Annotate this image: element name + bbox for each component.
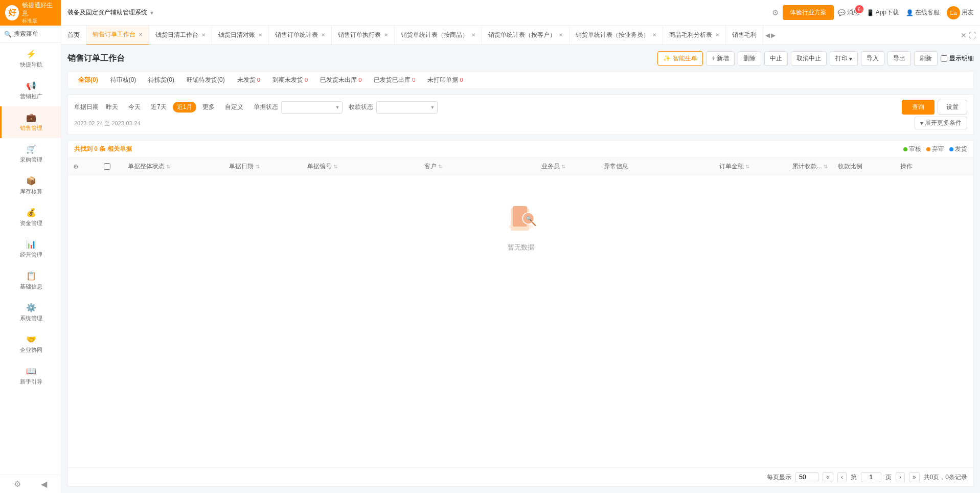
tab-sales-exec[interactable]: 销售订单执行表 ✕ xyxy=(332,26,395,45)
sidebar-item-operations[interactable]: 📊 经营管理 xyxy=(0,233,61,265)
tab-sales-profit[interactable]: 销售毛利 xyxy=(726,26,763,45)
sidebar-item-cooperation[interactable]: 🤝 企业协同 xyxy=(0,328,61,360)
tab-sales-workbench[interactable]: 销售订单工作台 ✕ xyxy=(86,26,149,45)
sidebar-item-quick-nav[interactable]: ⚡ 快捷导航 xyxy=(0,43,61,75)
tab-close-gross-margin[interactable]: ✕ xyxy=(715,32,719,38)
sidebar-search[interactable]: 🔍 搜索菜单 xyxy=(0,26,61,43)
trial-button[interactable]: 体验行业方案 xyxy=(783,5,834,20)
table-area: 共找到 0 条 相关单据 审核 弃审 发货 xyxy=(67,140,974,487)
status-select[interactable] xyxy=(281,101,343,114)
date-btn-1month[interactable]: 近1月 xyxy=(173,102,197,113)
subtab-pending-review[interactable]: 待审核(0) xyxy=(104,74,143,86)
settings-button[interactable]: 设置 xyxy=(938,100,967,115)
col-settings[interactable]: ⚙ xyxy=(68,158,92,175)
subtab-wangpu-pending[interactable]: 旺铺待发货(0) xyxy=(180,74,231,86)
tab-close-sales-summary-staff[interactable]: ✕ xyxy=(652,32,656,38)
tab-close-all-icon[interactable]: ✕ xyxy=(961,31,967,39)
online-service-btn[interactable]: 👤 在线客服 xyxy=(906,8,940,17)
first-page-button[interactable]: « xyxy=(823,472,833,482)
tab-close-sales-stats[interactable]: ✕ xyxy=(321,32,325,38)
col-status[interactable]: 单据整体状态 ⇅ xyxy=(123,158,224,175)
sidebar-item-base-info[interactable]: 📋 基础信息 xyxy=(0,265,61,297)
sidebar-item-label: 快捷导航 xyxy=(20,61,42,69)
query-button[interactable]: 查询 xyxy=(902,100,935,115)
export-button[interactable]: 导出 xyxy=(887,51,911,66)
date-btn-today[interactable]: 今天 xyxy=(124,102,145,113)
tab-nav-right-icon[interactable]: ▶ xyxy=(771,32,776,39)
col-customer[interactable]: 客户 ⇅ xyxy=(419,158,536,175)
date-btn-yesterday[interactable]: 昨天 xyxy=(102,102,122,113)
delete-button[interactable]: 删除 xyxy=(738,51,761,66)
sales-icon: 💼 xyxy=(26,113,36,122)
tab-sales-summary-staff[interactable]: 销货单统计表（按业务员） ✕ xyxy=(569,26,663,45)
sidebar-item-label: 新手引导 xyxy=(20,378,42,386)
subtab-pending-inspect[interactable]: 待拣货(0) xyxy=(142,74,180,86)
show-detail-label[interactable]: 显示明细 xyxy=(941,54,974,63)
date-btn-more[interactable]: 更多 xyxy=(198,102,219,113)
user-menu-btn[interactable]: Ea 用友 xyxy=(947,6,974,19)
tab-cash-reconcile[interactable]: 钱货日清对账 ✕ xyxy=(212,26,269,45)
refresh-button[interactable]: 刷新 xyxy=(914,51,938,66)
sidebar-item-inventory[interactable]: 📦 库存核算 xyxy=(0,170,61,201)
subtab-not-printed[interactable]: 未打印单据 0 xyxy=(421,74,469,86)
subtab-not-shipped[interactable]: 未发货 0 xyxy=(231,74,266,86)
settings-bottom-icon[interactable]: ⚙ xyxy=(14,479,21,489)
subtab-all[interactable]: 全部(0) xyxy=(72,74,104,86)
tab-gross-margin[interactable]: 商品毛利分析表 ✕ xyxy=(663,26,726,45)
system-dropdown-icon[interactable]: ▾ xyxy=(150,9,153,16)
next-page-button[interactable]: › xyxy=(896,472,905,482)
tab-sales-stats[interactable]: 销售订单统计表 ✕ xyxy=(269,26,332,45)
sidebar-item-sales[interactable]: 💼 销售管理 xyxy=(0,106,61,138)
page-size-select[interactable]: 50 10 20 100 xyxy=(795,472,818,482)
tab-nav-left-icon[interactable]: ◀ xyxy=(765,32,770,39)
import-button[interactable]: 导入 xyxy=(861,51,884,66)
sidebar-item-guide[interactable]: 📖 新手引导 xyxy=(0,360,61,392)
subtab-shipped-not-out[interactable]: 已发货未出库 0 xyxy=(314,74,368,86)
page-number-input[interactable] xyxy=(861,472,881,482)
subtab-shipped-out[interactable]: 已发货已出库 0 xyxy=(368,74,421,86)
select-all-checkbox[interactable] xyxy=(104,163,110,170)
tab-home[interactable]: 首页 xyxy=(61,26,86,45)
col-received[interactable]: 累计收款... ⇅ xyxy=(755,158,833,175)
last-page-button[interactable]: » xyxy=(909,472,920,482)
tab-close-cash-daily[interactable]: ✕ xyxy=(201,32,206,38)
ship-action-btn[interactable]: 发货 xyxy=(949,145,967,153)
col-number[interactable]: 单据编号 ⇅ xyxy=(302,158,419,175)
app-download-btn[interactable]: 📱 App下载 xyxy=(867,8,899,17)
tab-sales-summary-customer[interactable]: 销货单统计表（按客户） ✕ xyxy=(482,26,569,45)
tab-close-sales-exec[interactable]: ✕ xyxy=(384,32,388,38)
cancel-review-action-btn[interactable]: 弃审 xyxy=(926,145,944,153)
review-action-btn[interactable]: 审核 xyxy=(903,145,921,153)
tab-sales-summary-product[interactable]: 销货单统计表（按商品） ✕ xyxy=(395,26,482,45)
message-btn[interactable]: 💬 6 消息 xyxy=(838,8,859,17)
col-amount[interactable]: 订单金额 ⇅ xyxy=(677,158,755,175)
tab-close-sales-summary-customer[interactable]: ✕ xyxy=(559,32,563,38)
show-detail-checkbox[interactable] xyxy=(941,55,947,62)
sidebar-item-system[interactable]: ⚙️ 系统管理 xyxy=(0,297,61,328)
date-btn-7days[interactable]: 近7天 xyxy=(147,102,171,113)
ai-button[interactable]: ✨ 智能生单 xyxy=(657,51,702,66)
tab-cash-daily[interactable]: 钱货日清工作台 ✕ xyxy=(149,26,212,45)
prev-page-button[interactable]: ‹ xyxy=(837,472,847,482)
sidebar-item-marketing[interactable]: 📢 营销推广 xyxy=(0,75,61,106)
sidebar-item-finance[interactable]: 💰 资金管理 xyxy=(0,201,61,233)
date-btn-custom[interactable]: 自定义 xyxy=(221,102,247,113)
app-download-icon: 📱 xyxy=(867,9,874,16)
subtab-overdue-ship[interactable]: 到期未发货 0 xyxy=(266,74,314,86)
expand-conditions-button[interactable]: ▾ 展开更多条件 xyxy=(915,117,967,129)
tab-close-sales-summary-product[interactable]: ✕ xyxy=(471,32,475,38)
payment-select[interactable] xyxy=(376,101,438,114)
sidebar-item-purchase[interactable]: 🛒 采购管理 xyxy=(0,138,61,170)
col-staff[interactable]: 业务员 ⇅ xyxy=(536,158,599,175)
cancel-stop-button[interactable]: 取消中止 xyxy=(791,51,827,66)
topbar-gear-icon[interactable]: ⚙ xyxy=(772,8,779,17)
tab-close-sales-workbench[interactable]: ✕ xyxy=(139,32,143,37)
tab-close-cash-reconcile[interactable]: ✕ xyxy=(258,32,262,38)
col-date[interactable]: 单据日期 ⇅ xyxy=(224,158,302,175)
tab-maximize-icon[interactable]: ⛶ xyxy=(969,31,976,39)
empty-state: 🔍 暂无数据 xyxy=(68,175,973,273)
print-button[interactable]: 打印 ▾ xyxy=(830,51,858,66)
stop-button[interactable]: 中止 xyxy=(764,51,788,66)
collapse-icon[interactable]: ◀ xyxy=(41,479,47,489)
new-button[interactable]: + 新增 xyxy=(706,51,735,66)
